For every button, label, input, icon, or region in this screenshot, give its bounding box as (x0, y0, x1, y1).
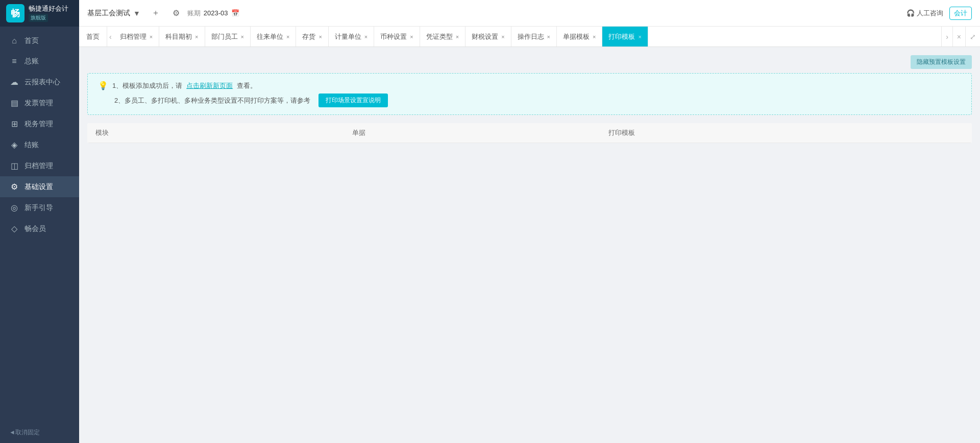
sidebar-item-guide[interactable]: ◎ 新手引导 (0, 197, 79, 218)
add-tab-button[interactable]: ＋ (149, 6, 163, 20)
tab-oplog[interactable]: 操作日志 × (511, 27, 557, 47)
tab-printtemplate-label: 打印模板 (608, 32, 635, 41)
tab-taxsetting[interactable]: 财税设置 × (465, 27, 511, 47)
company-selector[interactable]: 基层工会测试 ▼ (87, 9, 140, 18)
sidebar-item-reports[interactable]: ☁ 云报表中心 (0, 72, 79, 92)
tab-voucher-close[interactable]: × (456, 34, 459, 40)
customer-service-label: 人工咨询 (917, 9, 943, 18)
tab-singleform-label: 单据模板 (563, 32, 590, 41)
customer-service-btn[interactable]: 🎧 人工咨询 (906, 9, 943, 18)
sidebar-item-invoice[interactable]: ▤ 发票管理 (0, 92, 79, 113)
tab-partners-label: 往来单位 (257, 32, 283, 41)
tab-printtemplate[interactable]: 打印模板 × (602, 27, 648, 47)
tab-archive[interactable]: 归档管理 × (114, 27, 159, 47)
col-document: 单据 (344, 123, 601, 143)
sidebar-item-label: 税务管理 (24, 120, 53, 129)
tab-singleform-close[interactable]: × (593, 34, 596, 40)
tab-subjects-label: 科目期初 (165, 32, 192, 41)
sidebar-item-settle[interactable]: ◈ 结账 (0, 134, 79, 155)
print-template-table: 模块 单据 打印模板 (87, 123, 972, 143)
company-name: 基层工会测试 (87, 9, 130, 18)
tab-subjects[interactable]: 科目期初 × (159, 27, 205, 47)
tab-bar-end: › × ⤢ (941, 27, 980, 47)
sidebar-item-label: 云报表中心 (24, 78, 60, 87)
tab-currency-label: 币种设置 (380, 32, 407, 41)
tab-voucher-label: 凭证类型 (426, 32, 453, 41)
sidebar-item-settings[interactable]: ⚙ 基础设置 (0, 176, 79, 197)
logo-badge: 旗舰版 (29, 14, 48, 22)
notice-row-2: 2、多员工、多打印机、多种业务类型设置不同打印方案等，请参考 打印场景设置宣说明 (98, 94, 961, 107)
ledger-icon: ≡ (9, 57, 19, 66)
tab-currency-close[interactable]: × (410, 34, 413, 40)
notice-line2-pre: 2、多员工、多打印机、多种业务类型设置不同打印方案等，请参考 (114, 96, 310, 105)
period-label: 账期 (187, 9, 201, 18)
calendar-icon[interactable]: 📅 (231, 9, 239, 17)
sidebar-item-archive[interactable]: ◫ 归档管理 (0, 155, 79, 176)
tab-archive-close[interactable]: × (150, 34, 153, 40)
col-module: 模块 (87, 123, 344, 143)
print-scenario-btn[interactable]: 打印场景设置宣说明 (318, 94, 388, 107)
tax-icon: ⊞ (9, 119, 19, 129)
tab-close-all[interactable]: × (952, 27, 965, 47)
tab-voucher[interactable]: 凭证类型 × (420, 27, 465, 47)
tab-bar: 首页 ‹ 归档管理 × 科目期初 × 部门员工 × 往来单位 × 存货 × 计量… (79, 27, 980, 47)
tab-units-close[interactable]: × (364, 34, 368, 40)
settings-area: 隐藏预置模板设置 (87, 55, 972, 69)
header-actions: ＋ ⚙ (149, 6, 183, 20)
tab-inventory-close[interactable]: × (318, 34, 322, 40)
company-dropdown-icon: ▼ (133, 9, 140, 17)
settle-icon: ◈ (9, 140, 19, 150)
notice-refresh-link[interactable]: 点击刷新新页面 (186, 81, 233, 90)
bulb-icon: 💡 (98, 81, 108, 90)
tab-oplog-label: 操作日志 (518, 32, 544, 41)
sidebar-item-tax[interactable]: ⊞ 税务管理 (0, 113, 79, 134)
sidebar-item-home[interactable]: ⌂ 首页 (0, 31, 79, 51)
main-area: 基层工会测试 ▼ ＋ ⚙ 账期 2023-03 📅 🎧 人工咨询 会计 首页 ‹… (79, 0, 980, 443)
settings-icon: ⚙ (9, 182, 19, 192)
hide-preset-button[interactable]: 隐藏预置模板设置 (911, 55, 972, 69)
tab-department-label: 部门员工 (211, 32, 238, 41)
cloud-icon: ☁ (9, 77, 19, 87)
tab-printtemplate-close[interactable]: × (638, 34, 641, 40)
sidebar-item-label: 基础设置 (24, 182, 53, 192)
period-value: 2023-03 (204, 9, 228, 17)
tab-units[interactable]: 计量单位 × (329, 27, 374, 47)
tab-scroll-right[interactable]: › (941, 27, 952, 47)
kuaiji-badge[interactable]: 会计 (949, 7, 972, 20)
col-print-template: 打印模板 (600, 123, 972, 143)
tab-singleform[interactable]: 单据模板 × (557, 27, 602, 47)
tab-expand-icon[interactable]: ⤢ (965, 27, 980, 47)
tab-taxsetting-close[interactable]: × (501, 34, 504, 40)
notice-box: 💡 1、模板添加成功后，请 点击刷新新页面 查看。 2、多员工、多打印机、多种业… (87, 73, 972, 115)
guide-icon: ◎ (9, 203, 19, 213)
sidebar-nav: ⌂ 首页 ≡ 总账 ☁ 云报表中心 ▤ 发票管理 ⊞ 税务管理 ◈ 结账 ◫ 归… (0, 27, 79, 422)
tab-oplog-close[interactable]: × (547, 34, 550, 40)
top-right-area: 🎧 人工咨询 会计 (906, 7, 972, 20)
tab-partners-close[interactable]: × (286, 34, 289, 40)
tab-scroll-left[interactable]: ‹ (107, 33, 114, 41)
tab-department[interactable]: 部门员工 × (205, 27, 251, 47)
tab-department-close[interactable]: × (241, 34, 244, 40)
headset-icon: 🎧 (906, 9, 915, 17)
sidebar-item-ledger[interactable]: ≡ 总账 (0, 51, 79, 72)
member-icon: ◇ (9, 224, 19, 234)
tab-inventory[interactable]: 存货 × (296, 27, 328, 47)
home-icon: ⌂ (9, 36, 19, 45)
top-header: 基层工会测试 ▼ ＋ ⚙ 账期 2023-03 📅 🎧 人工咨询 会计 (79, 0, 980, 27)
sidebar-footer-unpin[interactable]: ◄取消固定 (0, 422, 79, 443)
tab-subjects-close[interactable]: × (195, 34, 198, 40)
logo-text-block: 畅捷通好会计 旗舰版 (29, 5, 68, 22)
table-container: 模块 单据 打印模板 (87, 123, 972, 143)
sidebar-item-member[interactable]: ◇ 畅会员 (0, 218, 79, 239)
sidebar-item-label: 新手引导 (24, 203, 53, 213)
tab-units-label: 计量单位 (335, 32, 361, 41)
notice-line1-pre: 1、模板添加成功后，请 (112, 81, 182, 90)
sidebar-item-label: 归档管理 (24, 161, 53, 171)
sidebar-item-label: 畅会员 (24, 224, 46, 234)
tab-partners[interactable]: 往来单位 × (251, 27, 296, 47)
settings-gear-button[interactable]: ⚙ (169, 6, 183, 20)
tab-currency[interactable]: 币种设置 × (374, 27, 420, 47)
sidebar-item-label: 结账 (24, 141, 39, 150)
invoice-icon: ▤ (9, 98, 19, 108)
tab-home[interactable]: 首页 (79, 27, 107, 47)
